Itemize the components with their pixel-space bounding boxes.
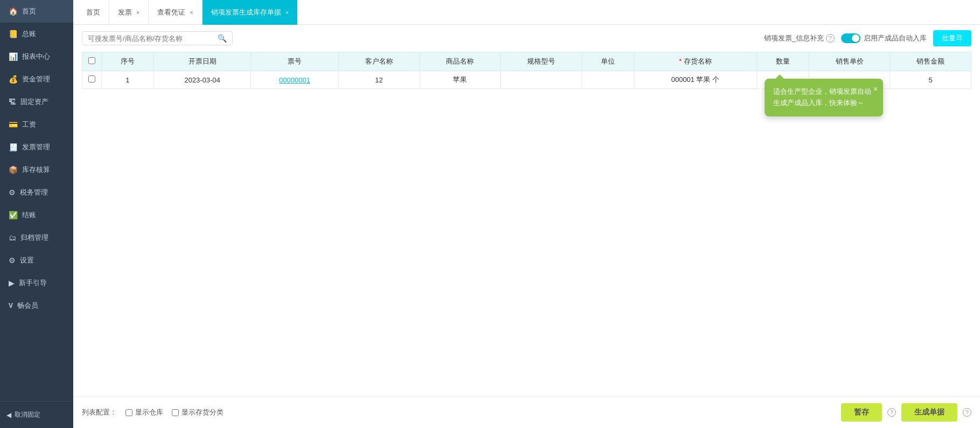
toggle-track [841,33,860,43]
tab-invoice[interactable]: 发票 × [109,0,149,25]
sidebar-item-invoice-mgmt[interactable]: 🧾 发票管理 [0,136,73,158]
toolbar-right: 销项发票_信息补充 ? 启用产成品自动入库 批量导 [764,30,971,46]
toolbar: 🔍 销项发票_信息补充 ? 启用产成品自动入库 批量导 [73,25,980,52]
sidebar-item-inventory[interactable]: 📦 库存核算 [0,158,73,181]
tooltip-close-button[interactable]: × [873,83,878,95]
batch-button[interactable]: 批量导 [933,30,971,46]
sidebar-item-label: 税务管理 [20,188,48,197]
search-icon: 🔍 [218,34,227,43]
sidebar-item-label: 归档管理 [20,233,48,243]
sidebar-item-label: 库存核算 [22,165,50,175]
sidebar-item-home[interactable]: 🏠 首页 [0,0,73,23]
col-amount: 销售金额 [890,52,971,71]
save-info-icon[interactable]: ? [887,408,896,417]
main-area: 首页 发票 × 查看凭证 × 销项发票生成库存单据 × 🔍 销项发票_信息补充 [73,0,980,428]
bottom-actions: 暂存 ? 生成单据 ? [841,403,971,422]
tab-invoice-close[interactable]: × [136,9,139,16]
tab-home[interactable]: 首页 [78,0,109,25]
sidebar-item-settlement[interactable]: ✅ 结账 [0,204,73,226]
config-label: 列表配置： [82,408,117,417]
show-warehouse-text: 显示仓库 [135,408,163,417]
toggle-container: 启用产成品自动入库 [841,33,927,43]
row-checkbox[interactable] [88,75,95,82]
row-amount: 5 [890,71,971,89]
save-button[interactable]: 暂存 [841,403,882,422]
sidebar-item-ledger[interactable]: 📒 总账 [0,23,73,45]
sidebar-bottom: ◀ 取消固定 [0,401,73,428]
toggle-label: 启用产成品自动入库 [864,33,927,43]
tax-icon: ⚙ [9,188,16,197]
sidebar-item-reports[interactable]: 📊 报表中心 [0,45,73,68]
sidebar-item-label: 畅会员 [17,301,38,310]
row-checkbox-cell [82,71,102,89]
home-icon: 🏠 [9,7,18,16]
col-quantity: 数量 [757,52,809,71]
sidebar-item-label: 设置 [20,256,34,265]
col-inventory: 存货名称 [634,52,757,71]
toggle-switch[interactable] [841,33,860,43]
select-all-checkbox[interactable] [88,57,95,64]
cancel-fixed-icon: ◀ [6,411,11,419]
sidebar-item-payroll[interactable]: 💳 工资 [0,113,73,136]
cancel-fixed-button[interactable]: ◀ 取消固定 [0,406,73,424]
search-box[interactable]: 🔍 [82,31,233,45]
tooltip-text: 适合生产型企业，销项发票自动生成产成品入库，快来体验～ [773,87,871,107]
tab-home-label: 首页 [86,8,100,17]
invoice-mgmt-icon: 🧾 [9,143,18,151]
sidebar: 🏠 首页 📒 总账 📊 报表中心 💰 资金管理 🏗 固定资产 💳 工资 🧾 发票… [0,0,73,428]
col-checkbox [82,52,102,71]
info-icon[interactable]: ? [826,34,835,43]
col-unit: 单位 [582,52,634,71]
info-label-text: 销项发票_信息补充 [764,33,824,43]
sidebar-item-label: 资金管理 [22,74,50,84]
sidebar-item-label: 发票管理 [22,142,50,152]
row-date: 2023-03-04 [153,71,250,89]
generate-button[interactable]: 生成单据 [901,403,957,422]
inventory-icon: 📦 [9,165,18,174]
row-spec [501,71,582,89]
sidebar-item-tax[interactable]: ⚙ 税务管理 [0,181,73,204]
show-inventory-category-label[interactable]: 显示存货分类 [172,408,223,417]
show-inventory-category-checkbox[interactable] [172,409,179,416]
tooltip-bubble: × 适合生产型企业，销项发票自动生成产成品入库，快来体验～ [765,79,883,116]
sidebar-item-assets-mgmt[interactable]: 💰 资金管理 [0,68,73,91]
sidebar-item-guide[interactable]: ▶ 新手引导 [0,272,73,294]
toggle-thumb [852,34,859,42]
tab-cancel-invoice-label: 销项发票生成库存单据 [211,8,281,17]
info-label: 销项发票_信息补充 ? [764,33,835,43]
assets-icon: 💰 [9,75,18,84]
tab-view-voucher[interactable]: 查看凭证 × [149,0,202,25]
sidebar-item-settings[interactable]: ⚙ 设置 [0,249,73,272]
row-ticket-no[interactable]: 00000001 [251,71,339,89]
show-warehouse-checkbox[interactable] [125,409,132,416]
tab-cancel-invoice[interactable]: 销项发票生成库存单据 × [202,0,298,25]
show-warehouse-label[interactable]: 显示仓库 [125,408,163,417]
cancel-fixed-label: 取消固定 [15,410,40,419]
col-ticket-no: 票号 [251,52,339,71]
tab-bar: 首页 发票 × 查看凭证 × 销项发票生成库存单据 × [73,0,980,25]
tab-view-voucher-close[interactable]: × [190,9,193,16]
reports-icon: 📊 [9,52,18,61]
col-spec: 规格型号 [501,52,582,71]
sidebar-item-label: 结账 [22,210,36,220]
settlement-icon: ✅ [9,211,18,219]
sidebar-item-label: 报表中心 [22,52,50,61]
generate-info-icon[interactable]: ? [963,408,971,417]
sidebar-item-fixed-assets[interactable]: 🏗 固定资产 [0,91,73,113]
col-date: 开票日期 [153,52,250,71]
archive-icon: 🗂 [9,233,16,242]
sidebar-item-archive[interactable]: 🗂 归档管理 [0,226,73,249]
search-input[interactable] [88,34,213,43]
tab-view-voucher-label: 查看凭证 [157,8,185,17]
col-seq: 序号 [102,52,154,71]
col-price: 销售单价 [809,52,890,71]
sidebar-item-vip[interactable]: V 畅会员 [0,294,73,317]
tab-cancel-invoice-close[interactable]: × [285,9,289,16]
payroll-icon: 💳 [9,120,18,129]
tab-invoice-label: 发票 [118,8,132,17]
tooltip-indicator [759,87,761,108]
col-customer: 客户名称 [339,52,420,71]
list-config: 列表配置： 显示仓库 显示存货分类 [82,408,223,417]
show-inventory-category-text: 显示存货分类 [181,408,223,417]
settings-icon: ⚙ [9,256,16,265]
